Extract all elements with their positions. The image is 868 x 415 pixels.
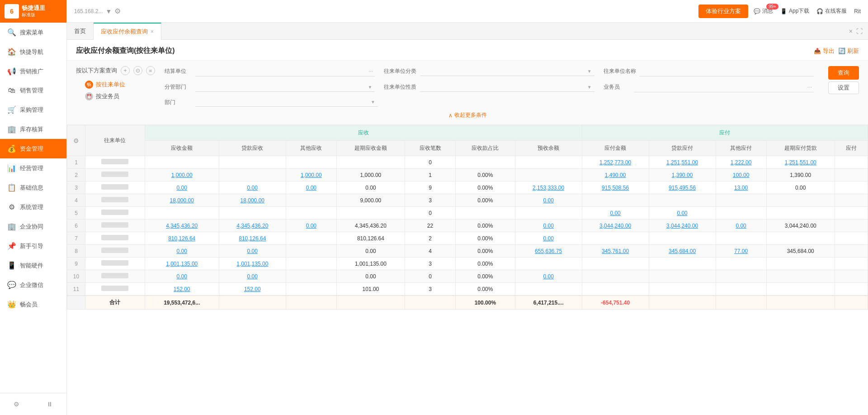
recv-other-cell[interactable]: 0.00: [286, 219, 336, 232]
recv-loan-cell[interactable]: 0.00: [219, 270, 286, 283]
pay-loan-cell[interactable]: 915,495.56: [649, 181, 716, 194]
pay-amount-cell[interactable]: 3,044,240.00: [582, 219, 649, 232]
app-download-btn[interactable]: 📱 App下载: [780, 7, 809, 15]
recv-loan-cell[interactable]: 0.00: [219, 181, 286, 194]
sidebar-item-smart-hw[interactable]: 📱 智能硬件: [0, 256, 66, 275]
recv-amount-cell[interactable]: 152.00: [145, 283, 219, 296]
recv-amount-cell[interactable]: 4,345,436.20: [145, 219, 219, 232]
dept-select[interactable]: ▼: [195, 83, 375, 92]
recv-loan-cell[interactable]: 18,000.00: [219, 194, 286, 207]
tab-close-icon[interactable]: ×: [151, 29, 154, 35]
sidebar-item-basic-info[interactable]: 📋 基础信息: [0, 178, 66, 197]
sidebar-item-marketing[interactable]: 📢 营销推广: [0, 62, 66, 81]
partner-category-select[interactable]: ▼: [420, 67, 594, 76]
sidebar-item-enterprise[interactable]: 🏢 企业协同: [0, 217, 66, 236]
sidebar-item-guide[interactable]: 📌 新手引导: [0, 236, 66, 256]
recv-amount-cell[interactable]: 1,001,135.00: [145, 258, 219, 270]
pay-loan-cell[interactable]: 345,684.00: [649, 245, 716, 258]
recv-amount-cell[interactable]: 810,126.64: [145, 232, 219, 245]
recv-loan-cell[interactable]: 0.00: [219, 245, 286, 258]
tab-home-label: 首页: [74, 27, 86, 35]
pay-other-cell[interactable]: 13.00: [716, 181, 766, 194]
sidebar-item-quick-nav[interactable]: 🏠 快捷导航: [0, 42, 66, 62]
data-table: ⚙ 往来单位 应收 应付 应收金额 贷款应收 其他应收 超期应收金额: [67, 125, 868, 310]
scheme-by-partner[interactable]: 畅 按往来单位: [85, 81, 157, 89]
breadcrumb-dropdown-icon[interactable]: ▼: [105, 8, 112, 15]
recv-advance-cell[interactable]: 0.00: [515, 219, 582, 232]
recv-advance-cell[interactable]: 0.00: [515, 232, 582, 245]
sidebar-item-member[interactable]: 👑 畅会员: [0, 295, 66, 314]
dept-label: 分管部门: [165, 83, 192, 91]
recv-advance-cell[interactable]: 0.00: [515, 194, 582, 207]
sidebar-item-wechat[interactable]: 💬 企业微信: [0, 275, 66, 295]
recv-loan-cell[interactable]: 152.00: [219, 283, 286, 296]
sidebar-item-capital[interactable]: 💰 资金管理: [0, 139, 66, 158]
recv-amount-cell[interactable]: 1,000.00: [145, 169, 219, 181]
sidebar-collapse-btn[interactable]: ⏸: [42, 398, 57, 410]
recv-advance-cell[interactable]: 0.00: [515, 270, 582, 283]
recv-loan-cell[interactable]: 1,001,135.00: [219, 258, 286, 270]
refresh-button[interactable]: 🔄 刷新: [838, 47, 859, 55]
department-arrow: ▼: [371, 100, 375, 105]
recv-amount-cell[interactable]: 0.00: [145, 181, 219, 194]
query-button[interactable]: 查询: [828, 66, 859, 80]
department-select[interactable]: ▼: [195, 98, 378, 107]
pay-extra-cell: [835, 194, 868, 207]
online-service-btn[interactable]: 🎧 在线客服: [816, 7, 847, 15]
pay-other-cell[interactable]: 0.00: [716, 219, 766, 232]
recv-overdue-cell: 101.00: [336, 283, 405, 296]
recv-amount-cell[interactable]: 0.00: [145, 270, 219, 283]
message-btn[interactable]: 💬 消息 99+: [754, 7, 773, 15]
close-window-icon[interactable]: ×: [849, 28, 853, 35]
pay-amount-cell[interactable]: 1,490.00: [582, 169, 649, 181]
collapse-button[interactable]: ∧ 收起更多条件: [448, 111, 487, 119]
tab-receivable-query[interactable]: 应收应付余额查询 ×: [94, 23, 161, 40]
pay-loan-cell[interactable]: 3,044,240.00: [649, 219, 716, 232]
partner-nature-select[interactable]: ▼: [420, 83, 594, 92]
pay-loan-cell[interactable]: 1,390.00: [649, 169, 716, 181]
solution-button[interactable]: 体验行业方案: [698, 5, 748, 18]
recv-other-cell[interactable]: 1,000.00: [286, 169, 336, 181]
settlement-dots-icon[interactable]: ···: [367, 66, 375, 76]
pay-loan-cell[interactable]: 1,251,551.00: [649, 156, 716, 169]
pay-overdue-cell[interactable]: 1,251,551.00: [766, 156, 835, 169]
export-button[interactable]: 📤 导出: [814, 47, 835, 55]
recv-other-cell[interactable]: 0.00: [286, 181, 336, 194]
pay-amount-cell[interactable]: 1,252,773.00: [582, 156, 649, 169]
settlement-input[interactable]: [195, 66, 367, 76]
pay-other-cell[interactable]: 100.00: [716, 169, 766, 181]
sidebar-item-search-menu[interactable]: 🔍 搜索菜单: [0, 23, 66, 42]
recv-advance-cell[interactable]: 2,153,333.00: [515, 181, 582, 194]
partner-name-input[interactable]: [640, 66, 814, 76]
recv-advance-cell[interactable]: 655,636.75: [515, 245, 582, 258]
pay-amount-cell[interactable]: 345,761.00: [582, 245, 649, 258]
topbar-gear-icon[interactable]: ⚙: [114, 7, 121, 15]
pay-amount-cell[interactable]: 915,508.56: [582, 181, 649, 194]
scheme-by-salesman[interactable]: ⏰ 按业务员: [85, 92, 157, 100]
settings-button[interactable]: 设置: [828, 81, 859, 94]
filter-config-btn[interactable]: ⊙: [133, 66, 142, 75]
recv-amount-cell[interactable]: 18,000.00: [145, 194, 219, 207]
sidebar-item-system[interactable]: ⚙ 系统管理: [0, 197, 66, 217]
sidebar-item-sales[interactable]: 🛍 销售管理: [0, 81, 66, 100]
salesman-dots-icon[interactable]: ···: [806, 82, 814, 92]
recv-ratio-cell: 0.00%: [456, 219, 515, 232]
sidebar-item-purchase[interactable]: 🛒 采购管理: [0, 100, 66, 119]
pay-amount-cell[interactable]: 0.00: [582, 207, 649, 219]
pay-other-cell[interactable]: 1,222.00: [716, 156, 766, 169]
pay-loan-cell[interactable]: 0.00: [649, 207, 716, 219]
salesman-input[interactable]: [634, 82, 806, 92]
sidebar-item-operation[interactable]: 📊 经营管理: [0, 158, 66, 178]
table-settings-icon[interactable]: ⚙: [73, 137, 79, 144]
sidebar-item-inventory[interactable]: 🏢 库存核算: [0, 119, 66, 139]
tab-home[interactable]: 首页: [67, 23, 94, 40]
user-menu[interactable]: Rit: [854, 8, 861, 14]
fullscreen-icon[interactable]: ⛶: [856, 28, 863, 35]
recv-loan-cell[interactable]: 810,126.64: [219, 232, 286, 245]
pay-other-cell[interactable]: 77.00: [716, 245, 766, 258]
sidebar-settings-btn[interactable]: ⚙: [9, 398, 24, 410]
filter-add-btn[interactable]: +: [121, 66, 130, 75]
filter-collapse-left-btn[interactable]: «: [146, 66, 155, 75]
recv-loan-cell[interactable]: 4,345,436.20: [219, 219, 286, 232]
recv-amount-cell[interactable]: 0.00: [145, 245, 219, 258]
